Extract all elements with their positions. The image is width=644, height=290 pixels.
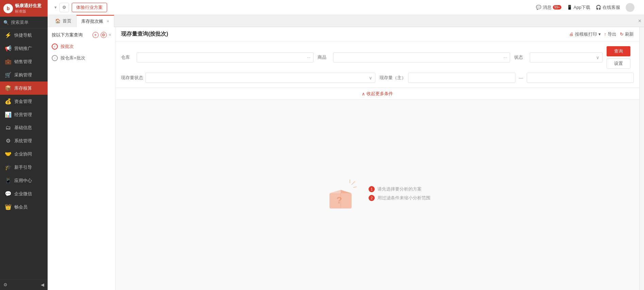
step-1-circle: 1 — [369, 186, 375, 192]
refresh-btn[interactable]: ↻ 刷新 — [620, 31, 634, 37]
sidebar-header: b 畅康通好生意 标准版 — [0, 0, 48, 17]
svg-text:?: ? — [336, 195, 342, 205]
empty-text: 1 请先选择要分析的方案 2 用过滤条件来缩小分析范围 — [369, 186, 430, 204]
warehouse-more-icon[interactable]: ··· — [307, 55, 310, 60]
sidebar-item-zijin[interactable]: 💰 资金管理 — [0, 95, 48, 108]
sidebar-item-qiye[interactable]: 🤝 企业协同 — [0, 147, 48, 161]
sidebar-item-yingxiao[interactable]: 📢 营销推广 — [0, 42, 48, 55]
experience-btn[interactable]: 体验行业方案 — [72, 3, 107, 12]
empty-step1-label: 请先选择要分析的方案 — [377, 186, 422, 192]
topbar-dropdown-icon[interactable]: ▾ — [54, 5, 57, 10]
svg-line-5 — [352, 181, 355, 185]
product-label: 商品 — [318, 54, 331, 60]
stock-qty-to-input[interactable] — [527, 73, 634, 83]
product-field: 商品 ··· — [318, 52, 510, 62]
tab-active-label: 库存批次账 — [81, 18, 103, 24]
message-icon: 💬 — [536, 5, 541, 10]
sidebar-item-kuaijie[interactable]: ⚡ 快捷导航 — [0, 29, 48, 42]
filter-item-cangku-label: 按仓库+批次 — [61, 55, 85, 61]
yingyong-icon: 📱 — [5, 177, 12, 184]
sidebar-item-yingyong[interactable]: 📱 应用中心 — [0, 174, 48, 187]
huiyuan-icon: 👑 — [5, 204, 12, 210]
filter-item-pici[interactable]: ✓ 按批次 — [48, 41, 115, 52]
avatar[interactable] — [626, 3, 634, 12]
sidebar-item-weixin[interactable]: 💬 企业微信 — [0, 187, 48, 200]
status-select[interactable]: ∨ — [530, 52, 603, 62]
xinshou-icon: 🎓 — [5, 164, 12, 170]
empty-step-2: 2 用过滤条件来缩小分析范围 — [369, 195, 430, 201]
qiye-icon: 🤝 — [5, 151, 12, 157]
settings-icon[interactable]: ⚙ — [3, 282, 7, 287]
empty-step2-label: 用过滤条件来缩小分析范围 — [377, 195, 430, 201]
stock-qty-field: 现存量（主） — — [379, 73, 634, 83]
sidebar-item-label: 资金管理 — [14, 98, 32, 105]
warehouse-input[interactable]: ··· — [137, 52, 313, 62]
collapse-sidebar-icon[interactable]: ◀ — [41, 282, 44, 287]
stock-status-arrow-icon: ∨ — [369, 75, 372, 80]
xiaoshou-icon: 💼 — [5, 58, 12, 65]
sidebar-item-label: 应用中心 — [14, 178, 32, 184]
filter-panel-title: 按以下方案查询 — [52, 32, 83, 38]
filter-panel-collapse-btn[interactable]: « — [109, 32, 111, 38]
zijin-icon: 💰 — [5, 98, 12, 105]
print-dropdown-icon[interactable]: ▾ — [598, 32, 601, 37]
sidebar-item-label: 新手引导 — [14, 164, 32, 170]
settings-btn[interactable]: 设置 — [607, 58, 630, 69]
collapse-more-btn[interactable]: ∧ 收起更多条件 — [116, 88, 639, 100]
collapse-more-label: 收起更多条件 — [367, 91, 393, 97]
tab-close-btn[interactable]: × — [107, 19, 109, 24]
gear-icon: ⚙ — [62, 5, 66, 10]
sidebar-item-xiaoshou[interactable]: 💼 销售管理 — [0, 55, 48, 68]
topbar-gear-btn[interactable]: ⚙ — [60, 3, 69, 12]
tab-home[interactable]: 🏠 首页 — [50, 15, 77, 27]
sidebar-item-huiyuan[interactable]: 👑 畅会员 — [0, 200, 48, 214]
product-input[interactable]: ··· — [333, 52, 510, 62]
empty-illustration: ? — [324, 178, 358, 212]
yingxiao-icon: 📢 — [5, 45, 12, 52]
message-btn[interactable]: 💬 消息 99+ — [536, 4, 561, 11]
jichu-icon: 🗂 — [5, 125, 12, 131]
topbar-right: 💬 消息 99+ 📱 App下载 🎧 在线客服 — [536, 3, 640, 12]
filter-settings-icon[interactable]: ⚙ — [101, 32, 107, 38]
status-field: 状态 ∨ — [514, 52, 603, 62]
sidebar-item-jichu[interactable]: 🗂 基础信息 — [0, 121, 48, 134]
sidebar-logo: b — [3, 4, 13, 13]
sidebar-version: 标准版 — [15, 9, 41, 14]
phone-icon: 📱 — [567, 5, 572, 10]
step-2-circle: 2 — [369, 195, 375, 201]
app-download-label: App下载 — [574, 4, 590, 11]
stock-qty-from-input[interactable] — [408, 73, 515, 83]
content-area: 按以下方案查询 + ⚙ « ✓ 按批次 ○ 按仓库+批次 现存量查询(按批次) — [48, 27, 644, 290]
status-arrow-icon: ∨ — [596, 55, 599, 60]
message-label: 消息 — [543, 4, 552, 11]
product-more-icon[interactable]: ··· — [504, 55, 507, 60]
filter-panel: 按以下方案查询 + ⚙ « ✓ 按批次 ○ 按仓库+批次 — [48, 27, 116, 290]
filter-item-cangku-pici[interactable]: ○ 按仓库+批次 — [48, 52, 115, 64]
tab-bar-close-btn[interactable]: × — [638, 18, 641, 24]
print-btn[interactable]: 🖨 按模板打印 ▾ — [569, 31, 601, 37]
export-btn[interactable]: ↑ 导出 — [604, 31, 617, 37]
empty-step-1: 1 请先选择要分析的方案 — [369, 186, 430, 192]
service-icon: 🎧 — [596, 5, 601, 10]
sidebar-search[interactable]: 🔍 搜索菜单 — [0, 17, 48, 29]
topbar-left: ▾ ⚙ 体验行业方案 — [52, 3, 532, 12]
filter-add-icon[interactable]: + — [92, 32, 99, 38]
sidebar-item-xitong[interactable]: ⚙ 系统管理 — [0, 134, 48, 147]
app-download-btn[interactable]: 📱 App下载 — [567, 4, 590, 11]
sidebar-item-xinshou[interactable]: 🎓 新手引导 — [0, 161, 48, 174]
sidebar-item-caigou[interactable]: 🛒 采购管理 — [0, 68, 48, 81]
tab-kucun-pici[interactable]: 库存批次账 × — [77, 15, 114, 27]
right-scrollbar[interactable] — [639, 27, 644, 290]
export-label: 导出 — [608, 31, 616, 37]
sidebar-item-jingying[interactable]: 📊 经营管理 — [0, 108, 48, 121]
refresh-label: 刷新 — [625, 31, 634, 37]
query-btn[interactable]: 查询 — [607, 46, 630, 56]
filter-panel-actions: + ⚙ « — [92, 32, 111, 38]
online-service-btn[interactable]: 🎧 在线客服 — [596, 4, 620, 11]
stock-status-select[interactable]: ∨ — [145, 73, 375, 83]
filter-panel-header: 按以下方案查询 + ⚙ « — [48, 31, 115, 41]
sidebar-item-kucun[interactable]: 📦 库存核算 — [0, 81, 48, 95]
sidebar-item-label: 畅会员 — [14, 204, 28, 210]
export-icon: ↑ — [604, 32, 607, 37]
sidebar-item-label: 营销推广 — [14, 46, 32, 52]
